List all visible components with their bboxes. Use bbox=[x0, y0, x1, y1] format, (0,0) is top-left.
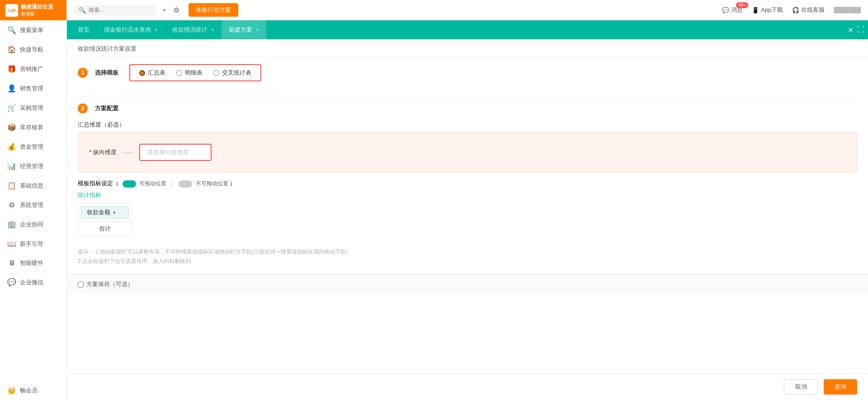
sidebar-item-label: 畅会员 bbox=[20, 386, 38, 395]
draggable-toggle[interactable] bbox=[123, 180, 136, 188]
chart-icon: 📊 bbox=[7, 162, 16, 170]
radio-summary-input[interactable] bbox=[139, 70, 145, 76]
draggable-label: 可拖动位置 bbox=[139, 180, 166, 187]
indicators-label: 统计指标 bbox=[78, 191, 132, 199]
sidebar-logo: CaR 畅捷通好生意 标准版 bbox=[0, 0, 66, 20]
tab-close-icon[interactable]: × bbox=[211, 27, 214, 33]
person-icon: 👤 bbox=[7, 84, 16, 93]
sidebar-item-label: 营销推广 bbox=[20, 65, 43, 73]
step1-number: 1 bbox=[78, 68, 88, 78]
template-select-box: 汇总表 明细表 交叉统计表 bbox=[129, 64, 261, 81]
vertical-dim-label: * 纵向维度 bbox=[89, 148, 117, 156]
save-plan-checkbox-label[interactable]: 方案保存（可选） bbox=[78, 280, 133, 288]
chevron-down-icon[interactable]: ▾ bbox=[163, 7, 166, 14]
sidebar-item-hardware[interactable]: 🖥 智能硬件 bbox=[0, 254, 66, 273]
radio-summary-label: 汇总表 bbox=[148, 69, 165, 77]
monitor-icon: 🖥 bbox=[7, 259, 16, 267]
radio-cross-input[interactable] bbox=[213, 70, 219, 76]
page-header: 收款情况统计方案设置 bbox=[67, 39, 868, 57]
search-input[interactable] bbox=[89, 7, 143, 13]
tab-home[interactable]: 首页 bbox=[71, 20, 97, 39]
sidebar-item-quick-nav[interactable]: 🏠 快捷导航 bbox=[0, 40, 66, 59]
step2-row: 2 方案配置 bbox=[78, 104, 857, 113]
sidebar-item-inventory[interactable]: 📦 库存核算 bbox=[0, 118, 66, 137]
radio-detail-input[interactable] bbox=[176, 70, 182, 76]
sidebar-item-label: 资金管理 bbox=[20, 143, 43, 151]
vertical-dim-row: * 纵向维度 —— 请选择分组维度 bbox=[89, 144, 212, 161]
sidebar-item-enterprise[interactable]: 🏢 企业协同 bbox=[0, 215, 66, 234]
sidebar-item-wechat[interactable]: 💬 企业微信 bbox=[0, 273, 66, 292]
sidebar-item-sales[interactable]: 👤 销售管理 bbox=[0, 79, 66, 98]
radio-detail[interactable]: 明细表 bbox=[176, 69, 203, 77]
gift-icon: 🎁 bbox=[7, 65, 16, 73]
radio-cross[interactable]: 交叉统计表 bbox=[213, 69, 251, 77]
footer: 方案保存（可选） bbox=[67, 274, 868, 294]
sidebar-item-label: 快捷导航 bbox=[20, 46, 43, 54]
dimension-title: 汇总维度（必选） bbox=[78, 121, 857, 129]
metrics-table: 统计指标 收款金额 ▾ 合计 bbox=[78, 191, 132, 237]
radio-detail-label: 明细表 bbox=[185, 69, 203, 77]
topbar-right: 💬 消息 99+ 📱 App下载 🎧 在线客服 ███████ bbox=[722, 6, 861, 14]
sidebar-item-basic[interactable]: 📋 基础信息 bbox=[0, 176, 66, 195]
sidebar-item-newbie[interactable]: 📖 新手引导 bbox=[0, 234, 66, 254]
cart-icon: 🛒 bbox=[7, 104, 16, 112]
tips-section: 提示： 1.拖动标题栏可以调整布局，不可跨维度或指标区域拖动栏目字段(只能在同一… bbox=[67, 245, 868, 274]
group-dimension-select[interactable]: 请选择分组维度 bbox=[139, 144, 212, 161]
tab-cashflow[interactable]: 现金银行流水查询 × bbox=[97, 20, 165, 39]
messages-button[interactable]: 💬 消息 99+ bbox=[722, 6, 743, 14]
dimension-area: * 纵向维度 —— 请选择分组维度 bbox=[78, 132, 857, 172]
sidebar-item-system[interactable]: ⚙ 系统管理 bbox=[0, 195, 66, 215]
tabbar: 首页 现金银行流水查询 × 收款情况统计 × 新建方案 × ✕ ⛶ bbox=[67, 20, 868, 39]
metrics-total-row: 合计 bbox=[78, 221, 132, 235]
tip1: 提示： 1.拖动标题栏可以调整布局，不可跨维度或指标区域拖动栏目字段(只能在同一… bbox=[78, 248, 857, 256]
metrics-settings-row: 模板指标设定（ 可拖动位置 | 不可拖动位置 ） bbox=[78, 179, 857, 188]
chevron-down-icon: ▾ bbox=[113, 210, 116, 216]
cancel-button[interactable]: 取消 bbox=[784, 379, 818, 395]
close-window-icon[interactable]: ✕ bbox=[848, 26, 854, 34]
non-draggable-toggle[interactable] bbox=[179, 180, 192, 188]
sidebar-item-capital[interactable]: 💰 资金管理 bbox=[0, 137, 66, 156]
sidebar-item-label: 库存核算 bbox=[20, 123, 43, 132]
page-title: 收款情况统计方案设置 bbox=[78, 45, 137, 52]
sidebar-item-label: 系统管理 bbox=[20, 201, 43, 209]
crown-icon: 👑 bbox=[7, 386, 16, 395]
metrics-tag-amount[interactable]: 收款金额 ▾ bbox=[81, 206, 129, 219]
action-bar: 取消 查询 bbox=[67, 373, 868, 400]
radio-summary[interactable]: 汇总表 bbox=[139, 69, 165, 77]
sidebar-item-label: 经营管理 bbox=[20, 162, 43, 170]
tab-collection[interactable]: 收款情况统计 × bbox=[165, 20, 222, 39]
sidebar-item-member[interactable]: 👑 畅会员 bbox=[0, 381, 66, 400]
settings-icon[interactable]: ⚙ bbox=[173, 6, 179, 14]
step1-row: 1 选择模板 汇总表 明细表 交叉统计表 bbox=[78, 64, 857, 81]
headset-icon: 🎧 bbox=[792, 7, 799, 14]
query-button[interactable]: 查询 bbox=[824, 379, 857, 395]
tab-close-icon[interactable]: × bbox=[256, 27, 259, 33]
sidebar-item-label: 新手引导 bbox=[20, 240, 43, 248]
download-icon: 📱 bbox=[752, 7, 759, 14]
step1-section: 1 选择模板 汇总表 明细表 交叉统计表 bbox=[67, 57, 868, 96]
sidebar-item-marketing[interactable]: 🎁 营销推广 bbox=[0, 59, 66, 79]
sidebar-item-search[interactable]: 🔍 搜索菜单 bbox=[0, 20, 66, 40]
non-draggable-label: 不可拖动位置 bbox=[196, 180, 228, 187]
chat-icon: 💬 bbox=[7, 278, 16, 287]
sidebar-item-purchase[interactable]: 🛒 采购管理 bbox=[0, 98, 66, 118]
logo-text: 畅捷通好生意 标准版 bbox=[21, 3, 53, 17]
trial-button[interactable]: 体验行业方案 bbox=[189, 3, 238, 17]
tab-newplan[interactable]: 新建方案 × bbox=[222, 20, 266, 39]
support-button[interactable]: 🎧 在线客服 bbox=[792, 6, 825, 14]
maximize-icon[interactable]: ⛶ bbox=[857, 26, 864, 34]
save-plan-checkbox[interactable] bbox=[78, 282, 84, 287]
metrics-tag-label: 收款金额 bbox=[87, 208, 110, 216]
tip2: 2.点击标题栏下拉可设置排序、插入列和删除列 bbox=[78, 258, 857, 265]
download-button[interactable]: 📱 App下载 bbox=[752, 6, 783, 14]
building-icon: 🏢 bbox=[7, 220, 16, 229]
sidebar-item-label: 企业协同 bbox=[20, 221, 43, 229]
step1-label: 选择模板 bbox=[95, 69, 118, 77]
tab-close-icon[interactable]: × bbox=[155, 27, 158, 33]
topbar-search-box[interactable]: 🔍 bbox=[74, 5, 156, 15]
tab-label: 现金银行流水查询 bbox=[104, 26, 151, 34]
step2-number: 2 bbox=[78, 104, 88, 113]
sidebar-item-label: 搜索菜单 bbox=[20, 26, 43, 34]
metrics-box: 收款金额 ▾ 合计 bbox=[78, 203, 132, 236]
sidebar-item-operation[interactable]: 📊 经营管理 bbox=[0, 156, 66, 176]
